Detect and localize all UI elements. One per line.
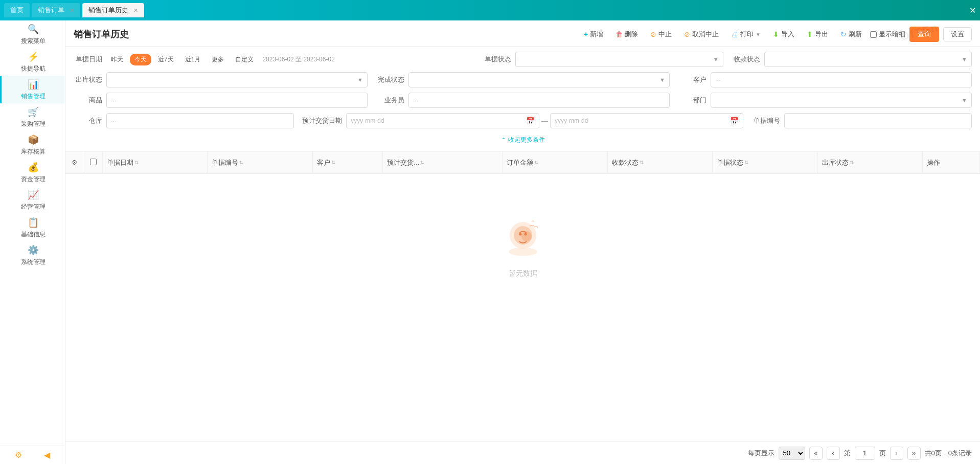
collapse-text: 收起更多条件 xyxy=(508,136,545,144)
refresh-button[interactable]: ↻ 刷新 xyxy=(836,28,866,41)
content-area: 销售订单历史 + 新增 🗑 删除 ⊘ 中止 ⊘ 取消中止 xyxy=(65,20,980,464)
sidebar-item-operations-label: 经营管理 xyxy=(21,203,45,211)
svg-point-5 xyxy=(524,233,527,235)
dept-label: 部门 xyxy=(678,96,706,105)
goods-input[interactable]: ··· xyxy=(106,93,368,108)
sales-label: 业务员 xyxy=(376,96,404,105)
sort-amount-icon[interactable]: ⇅ xyxy=(534,160,538,165)
th-order-no: 单据编号 ⇅ xyxy=(208,152,313,173)
per-page-label: 每页显示 xyxy=(748,449,774,458)
dept-filter: 部门 ▼ xyxy=(678,93,972,108)
sidebar-item-sales[interactable]: 📊 销售管理 xyxy=(0,76,65,103)
out-status-select[interactable]: ▼ xyxy=(106,72,368,87)
first-page-btn[interactable]: « xyxy=(809,447,823,460)
sidebar-item-search-label: 搜索菜单 xyxy=(21,37,45,46)
sidebar-item-basic-info[interactable]: 📋 基础信息 xyxy=(0,214,65,241)
date-range-text: 2023-06-02 至 2023-06-02 xyxy=(262,55,334,64)
sort-order-no-icon[interactable]: ⇅ xyxy=(239,160,243,165)
date-tab-today[interactable]: 今天 xyxy=(130,54,151,65)
th-checkbox[interactable] xyxy=(84,152,102,173)
select-all-checkbox[interactable] xyxy=(90,159,97,165)
sort-out-status-icon[interactable]: ⇅ xyxy=(850,160,854,165)
status-select[interactable]: ▼ xyxy=(515,52,723,67)
sort-bill-status-icon[interactable]: ⇅ xyxy=(744,160,748,165)
warehouse-input[interactable]: ··· xyxy=(106,113,294,128)
delivery-label: 预计交货日期 xyxy=(302,116,342,125)
svg-point-0 xyxy=(509,248,537,256)
sidebar-item-finance-label: 资金管理 xyxy=(21,175,45,184)
query-button[interactable]: 查询 xyxy=(909,27,939,42)
filter-area: 单据日期 昨天 今天 近7天 近1月 更多 自定义 2023-06-02 至 2… xyxy=(65,47,980,152)
date-tab-yesterday[interactable]: 昨天 xyxy=(106,54,128,65)
tab-sales-order[interactable]: 销售订单 ✕ xyxy=(32,3,80,17)
next-page-btn[interactable]: › xyxy=(890,447,903,460)
window-close-btn[interactable]: ✕ xyxy=(969,6,976,15)
sidebar-item-purchase-label: 采购管理 xyxy=(21,120,45,128)
date-from-text: yyyy-mm-dd xyxy=(351,117,384,124)
toolbar: + 新增 🗑 删除 ⊘ 中止 ⊘ 取消中止 🖨 打印 xyxy=(580,27,972,42)
export-button[interactable]: ⬆ 导出 xyxy=(803,28,832,41)
date-tab-1month[interactable]: 近1月 xyxy=(180,54,206,65)
page-size-select[interactable]: 50 10 20 100 xyxy=(779,447,805,460)
goods-label: 商品 xyxy=(74,96,102,105)
empty-state: 暂无数据 xyxy=(65,174,980,319)
sort-delivery-icon[interactable]: ⇅ xyxy=(420,160,424,165)
th-settings[interactable]: ⚙ xyxy=(65,152,84,173)
dept-select[interactable]: ▼ xyxy=(711,93,972,108)
sidebar-item-inventory[interactable]: 📦 库存核算 xyxy=(0,131,65,159)
sidebar-collapse-btn[interactable]: ◀ xyxy=(44,450,50,460)
date-tab-custom[interactable]: 自定义 xyxy=(231,54,258,65)
sidebar-item-purchase[interactable]: 🛒 采购管理 xyxy=(0,103,65,131)
dept-arrow-icon: ▼ xyxy=(962,97,967,103)
th-amount: 订单金额 ⇅ xyxy=(503,152,608,173)
sales-filter: 业务员 ··· xyxy=(376,93,670,108)
sort-date-icon[interactable]: ⇅ xyxy=(134,160,139,165)
sidebar-item-search[interactable]: 🔍 搜索菜单 xyxy=(0,20,65,48)
collapse-link[interactable]: ⌃ 收起更多条件 xyxy=(74,134,972,146)
show-columns-toggle[interactable]: 显示暗细 xyxy=(870,30,905,39)
delivery-date-group: yyyy-mm-dd 📅 — yyyy-mm-dd 📅 xyxy=(346,113,743,128)
last-page-btn[interactable]: » xyxy=(907,447,921,460)
order-no-input[interactable] xyxy=(784,113,972,128)
delivery-date-from[interactable]: yyyy-mm-dd 📅 xyxy=(346,113,539,128)
date-tab-7days[interactable]: 近7天 xyxy=(153,54,178,65)
sidebar-item-finance[interactable]: 💰 资金管理 xyxy=(0,159,65,186)
sort-pay-status-icon[interactable]: ⇅ xyxy=(640,160,644,165)
customer-input[interactable]: ··· xyxy=(711,72,972,87)
add-button[interactable]: + 新增 xyxy=(580,28,607,41)
sort-customer-icon[interactable]: ⇅ xyxy=(331,160,335,165)
settings-button[interactable]: 设置 xyxy=(943,27,972,41)
sidebar-item-quick-nav[interactable]: ⚡ 快捷导航 xyxy=(0,48,65,76)
warehouse-filter: 仓库 ··· xyxy=(74,113,294,128)
cancel-stop-label: 取消中止 xyxy=(692,30,719,39)
sidebar-item-operations[interactable]: 📈 经营管理 xyxy=(0,186,65,214)
date-tab-more[interactable]: 更多 xyxy=(207,54,229,65)
complete-select[interactable]: ▼ xyxy=(408,72,670,87)
tab-home-label: 首页 xyxy=(10,6,24,15)
delivery-date-to[interactable]: yyyy-mm-dd 📅 xyxy=(550,113,743,128)
basic-info-icon: 📋 xyxy=(28,217,39,228)
pay-status-select[interactable]: ▼ xyxy=(764,52,972,67)
print-button[interactable]: 🖨 打印 ▼ xyxy=(727,28,765,41)
import-icon: ⬇ xyxy=(773,30,779,38)
sidebar-item-system[interactable]: ⚙️ 系统管理 xyxy=(0,241,65,269)
customer-label: 客户 xyxy=(678,75,706,84)
prev-page-btn[interactable]: ‹ xyxy=(827,447,840,460)
sales-input[interactable]: ··· xyxy=(408,93,670,108)
stop-button[interactable]: ⊘ 中止 xyxy=(646,28,676,41)
show-columns-checkbox[interactable] xyxy=(870,31,877,38)
page-header: 销售订单历史 + 新增 🗑 删除 ⊘ 中止 ⊘ 取消中止 xyxy=(65,20,980,47)
calendar-from-icon: 📅 xyxy=(526,117,535,125)
tab-sales-order-close[interactable]: ✕ xyxy=(70,7,74,14)
tab-home[interactable]: 首页 xyxy=(4,3,30,17)
cancel-stop-button[interactable]: ⊘ 取消中止 xyxy=(680,28,723,41)
th-date: 单据日期 ⇅ xyxy=(102,152,208,173)
delete-button[interactable]: 🗑 删除 xyxy=(611,28,642,41)
tab-history-close[interactable]: ✕ xyxy=(133,7,138,14)
refresh-label: 刷新 xyxy=(849,30,862,39)
page-input[interactable] xyxy=(855,447,875,460)
sidebar-settings-btn[interactable]: ⚙ xyxy=(15,450,22,460)
th-out-status-label: 出库状态 xyxy=(822,158,849,167)
import-button[interactable]: ⬇ 导入 xyxy=(769,28,799,41)
tab-sales-order-history[interactable]: 销售订单历史 ✕ xyxy=(82,3,144,17)
